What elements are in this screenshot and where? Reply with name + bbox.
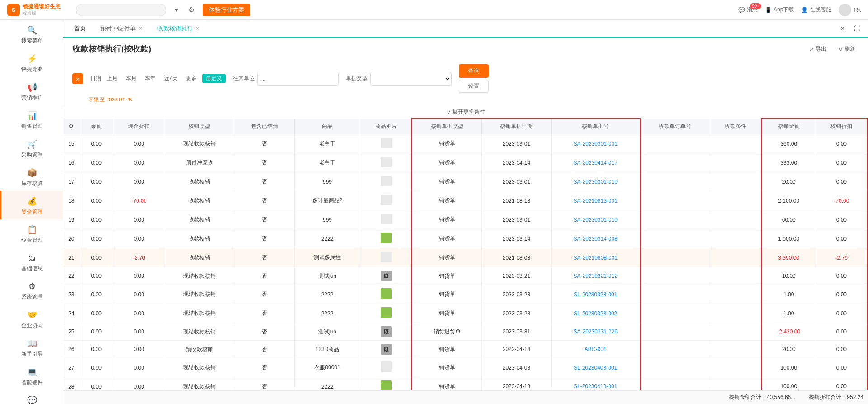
- sidebar-item-search[interactable]: 🔍 搜索菜单: [0, 20, 63, 48]
- verify-no-link[interactable]: SL-20230328-001: [574, 291, 617, 298]
- avatar: [839, 4, 851, 16]
- date-option-last-month[interactable]: 上月: [104, 74, 120, 83]
- cell-verify-no[interactable]: SA-20230301-001: [551, 134, 640, 153]
- expand-more-button[interactable]: ∨ 展开更多条件: [447, 108, 485, 116]
- date-option-more[interactable]: 更多: [183, 74, 199, 83]
- date-option-this-month[interactable]: 本月: [123, 74, 139, 83]
- cell-balance: 0.00: [80, 210, 113, 229]
- sidebar-item-marketing[interactable]: 📢 营销推广: [0, 77, 63, 105]
- sidebar-label-inventory: 库存核算: [21, 180, 43, 187]
- verify-no-link[interactable]: ABC-001: [585, 346, 607, 352]
- cell-verify-date: 2023-03-14: [482, 229, 552, 248]
- cell-verify-no[interactable]: SA-20210808-001: [551, 248, 640, 267]
- cell-verify-no[interactable]: SA-20230331-026: [551, 323, 640, 341]
- export-button[interactable]: ↗ 导出: [806, 43, 830, 55]
- cell-verify-no[interactable]: SA-20230321-012: [551, 267, 640, 285]
- cell-collect-order-no: [640, 229, 710, 248]
- filter-expand-button[interactable]: »: [72, 73, 83, 84]
- cell-collect-condition: [710, 285, 762, 304]
- gear-icon[interactable]: ⚙: [186, 5, 197, 15]
- verify-no-link[interactable]: SL-20230408-001: [574, 365, 617, 371]
- sidebar-label-hardware: 智能硬件: [21, 379, 43, 386]
- verify-no-link[interactable]: SA-20230301-010: [573, 217, 617, 223]
- date-filter-label: 日期: [90, 75, 101, 82]
- basic-icon: 🗂: [28, 253, 36, 263]
- logo-icon: 6: [7, 4, 20, 16]
- sidebar-item-inventory[interactable]: 📦 库存核算: [0, 162, 63, 191]
- total-discount-label: 核销折扣合计：952.24: [809, 394, 863, 401]
- th-collect-condition: 收款条件: [710, 119, 762, 134]
- cell-verify-no[interactable]: SA-20230314-008: [551, 229, 640, 248]
- sidebar-item-operations[interactable]: 📋 经营管理: [0, 219, 63, 248]
- tab-prepay[interactable]: 预付冲应付单 ✕: [93, 20, 150, 38]
- th-settings[interactable]: ⚙: [63, 119, 80, 134]
- cell-include-settled: 否: [234, 153, 295, 172]
- table-row: 15 0.00 0.00 现结收款核销 否 老白干 销货单 2023-03-01…: [63, 134, 868, 153]
- cell-collect-condition: [710, 172, 762, 191]
- solution-button[interactable]: 体验行业方案: [203, 4, 250, 16]
- date-option-this-year[interactable]: 本年: [142, 74, 158, 83]
- tab-collection-close[interactable]: ✕: [195, 25, 200, 32]
- verify-no-link[interactable]: SA-20230331-026: [573, 328, 617, 335]
- refresh-button[interactable]: ↻ 刷新: [835, 43, 859, 55]
- cell-include-settled: 否: [234, 323, 295, 341]
- sidebar-item-guide[interactable]: 📖 新手引导: [0, 333, 63, 361]
- verify-no-link[interactable]: SA-20230301-010: [573, 179, 617, 185]
- user-info[interactable]: Rit: [839, 4, 861, 16]
- cell-balance: 0.00: [80, 358, 113, 377]
- verify-no-link[interactable]: SA-20210813-001: [573, 198, 617, 204]
- th-collect-order-no: 收款单订单号: [640, 119, 710, 134]
- cell-verify-no[interactable]: ABC-001: [551, 341, 640, 358]
- sidebar-item-quicknav[interactable]: ⚡ 快捷导航: [0, 48, 63, 77]
- sidebar-item-enterprise[interactable]: 🤝 企业协同: [0, 304, 63, 333]
- cell-collect-order-no: [640, 358, 710, 377]
- guide-icon: 📖: [27, 338, 37, 348]
- sidebar-item-purchase[interactable]: 🛒 采购管理: [0, 134, 63, 162]
- cell-verify-no[interactable]: SL-20230328-002: [551, 304, 640, 323]
- messages-button[interactable]: 💬 消息 99+: [738, 6, 758, 14]
- verify-no-link[interactable]: SA-20230314-008: [573, 236, 617, 242]
- verify-no-link[interactable]: SA-20230321-012: [573, 273, 617, 279]
- verify-no-link[interactable]: SL-20230328-002: [574, 310, 617, 317]
- verify-no-link[interactable]: SL-20230418-001: [574, 383, 617, 390]
- tab-prepay-close[interactable]: ✕: [138, 25, 143, 32]
- cell-verify-no[interactable]: SA-20230414-017: [551, 153, 640, 172]
- dropdown-icon[interactable]: ▾: [172, 5, 181, 14]
- tab-collection[interactable]: 收款核销执行 ✕: [150, 20, 207, 38]
- sidebar-item-hardware[interactable]: 💻 智能硬件: [0, 361, 63, 390]
- tab-home[interactable]: 首页: [67, 20, 93, 38]
- online-service-link[interactable]: 👤 在线客服: [801, 6, 831, 14]
- cell-verify-no[interactable]: SA-20210813-001: [551, 191, 640, 210]
- restore-btn[interactable]: ⛶: [852, 23, 863, 34]
- cell-verify-no[interactable]: SL-20230408-001: [551, 358, 640, 377]
- message-icon: 💬: [738, 7, 745, 13]
- close-tab-btn[interactable]: ✕: [837, 23, 848, 34]
- settings-button[interactable]: 设置: [459, 80, 489, 93]
- app-download-link[interactable]: 📱 App下载: [765, 6, 794, 14]
- table-row: 24 0.00 0.00 现结收款核销 否 2222 销货单 2023-03-2…: [63, 304, 868, 323]
- partner-input[interactable]: [257, 72, 339, 86]
- cell-verify-no[interactable]: SA-20230301-010: [551, 172, 640, 191]
- sidebar-item-system[interactable]: ⚙ 系统管理: [0, 276, 63, 304]
- cell-id: 18: [63, 191, 80, 210]
- sidebar-item-basic[interactable]: 🗂 基础信息: [0, 248, 63, 276]
- cell-verify-no[interactable]: SL-20230328-001: [551, 285, 640, 304]
- verify-no-link[interactable]: SA-20230414-017: [573, 160, 617, 166]
- date-option-custom[interactable]: 自定义: [202, 74, 226, 83]
- cell-cash-discount: -70.00: [113, 191, 165, 210]
- sidebar-label-purchase: 采购管理: [21, 151, 43, 159]
- query-button[interactable]: 查询: [459, 64, 489, 78]
- verify-no-link[interactable]: SA-20230301-001: [573, 141, 617, 147]
- search-input[interactable]: [76, 4, 166, 16]
- sidebar-item-sales[interactable]: 📊 销售管理: [0, 105, 63, 134]
- partner-label: 往来单位: [233, 75, 255, 82]
- sidebar-item-finance[interactable]: 💰 资金管理: [0, 191, 63, 219]
- sidebar-item-wechat[interactable]: 💬 企业微信: [0, 390, 63, 404]
- verify-no-link[interactable]: SA-20210808-001: [573, 255, 617, 261]
- operations-icon: 📋: [27, 225, 37, 235]
- voucher-type-select[interactable]: [370, 72, 452, 86]
- tab-bar-right: ✕ ⛶: [837, 20, 864, 37]
- table-area[interactable]: ⚙ 余额 现金折扣 核销类型 包含已结清 商品 商品图片 核销单据类型 核销单据…: [63, 118, 868, 404]
- date-option-7days[interactable]: 近7天: [161, 74, 180, 83]
- cell-verify-no[interactable]: SA-20230301-010: [551, 210, 640, 229]
